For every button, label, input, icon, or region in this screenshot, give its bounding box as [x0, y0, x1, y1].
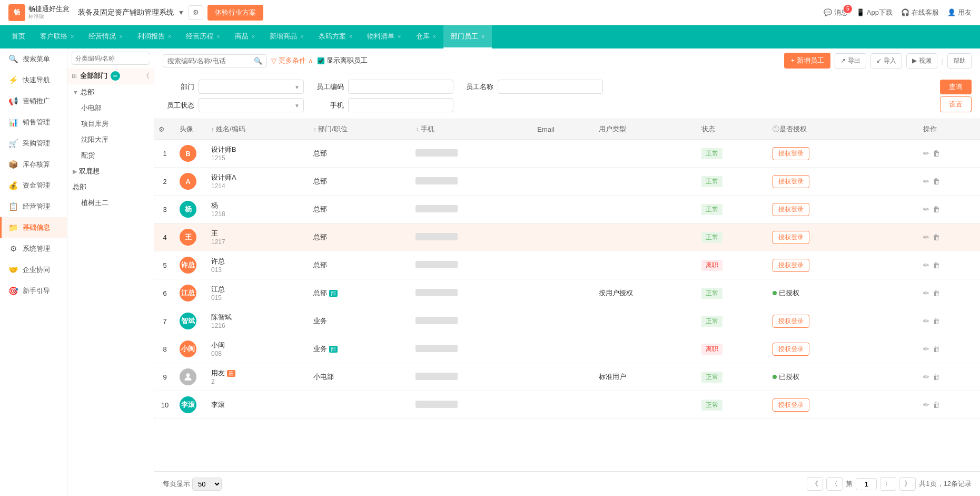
next-page-btn[interactable]: 〉 — [880, 477, 896, 491]
tab-barcode[interactable]: 条码方案 × — [311, 25, 360, 48]
tab-profit-close[interactable]: × — [168, 33, 171, 40]
user-avatar[interactable]: 👤 用友 — [947, 8, 972, 17]
tab-operations[interactable]: 经营情况 × — [81, 25, 130, 48]
dept-tree-item-zongbu2[interactable]: 总部 — [67, 179, 154, 195]
dept-tree-item-xiaodian[interactable]: 小电部 — [76, 100, 154, 116]
view-button[interactable]: ▶ 视频 — [906, 53, 937, 69]
show-resigned-checkbox[interactable] — [318, 57, 324, 64]
dept-tree-item-project[interactable]: 项目库房 — [76, 116, 154, 132]
edit-icon[interactable]: ✏ — [923, 261, 929, 269]
filter-status-select[interactable] — [199, 98, 304, 112]
tab-bom-close[interactable]: × — [398, 33, 401, 40]
dept-tree-item-shuanglu[interactable]: ▶ 双鹿想 — [67, 163, 154, 179]
edit-icon[interactable]: ✏ — [923, 401, 929, 409]
edit-icon[interactable]: ✏ — [923, 289, 929, 297]
more-filter-btn[interactable]: ▽ 更多条件 ∧ — [271, 56, 313, 65]
tab-history-close[interactable]: × — [216, 33, 220, 40]
delete-icon[interactable]: 🗑 — [933, 177, 940, 186]
app-download-button[interactable]: 📱 App下载 — [856, 8, 893, 17]
col-phone[interactable]: ↕ 手机 — [411, 119, 533, 140]
dept-collapse-icon[interactable]: 《 — [143, 71, 150, 81]
tab-profit[interactable]: 利润报告 × — [130, 25, 179, 48]
system-dropdown-arrow[interactable]: ▼ — [178, 9, 184, 16]
filter-empcode-input[interactable] — [348, 80, 453, 94]
messages-button[interactable]: 💬 消息 5 — [824, 8, 848, 17]
tab-customers-close[interactable]: × — [71, 33, 74, 40]
delete-icon[interactable]: 🗑 — [933, 345, 940, 353]
auth-button[interactable]: 授权登录 — [773, 259, 809, 272]
tab-products-close[interactable]: × — [252, 33, 255, 40]
tab-barcode-close[interactable]: × — [349, 33, 352, 40]
tab-history[interactable]: 经营历程 × — [179, 25, 227, 48]
dept-tree-item-zhishu[interactable]: 植树王二 — [76, 195, 154, 211]
sidebar-item-basic[interactable]: 📁 基础信息 — [0, 217, 67, 238]
delete-icon[interactable]: 🗑 — [933, 373, 940, 381]
auth-button[interactable]: 授权登录 — [773, 203, 809, 216]
prev-page-btn[interactable]: 〈 — [826, 477, 843, 491]
last-page-btn[interactable]: 》 — [899, 477, 916, 491]
per-page-select[interactable]: 50 100 — [192, 478, 222, 491]
filter-phone-input[interactable] — [348, 98, 453, 112]
show-resigned-wrap[interactable]: 显示离职员工 — [318, 56, 368, 65]
sidebar-item-collab[interactable]: 🤝 企业协同 — [0, 259, 67, 280]
edit-icon[interactable]: ✏ — [923, 317, 929, 325]
tab-new-product[interactable]: 新增商品 × — [262, 25, 311, 48]
sidebar-item-finance[interactable]: 💰 资金管理 — [0, 175, 67, 196]
auth-button[interactable]: 授权登录 — [773, 231, 809, 244]
auth-button[interactable]: 授权登录 — [773, 398, 809, 412]
edit-icon[interactable]: ✏ — [923, 345, 929, 353]
filter-empname-input[interactable] — [498, 80, 603, 94]
online-service-button[interactable]: 🎧 在线客服 — [901, 8, 939, 17]
sidebar-item-guide[interactable]: 🎯 新手引导 — [0, 280, 67, 302]
tab-warehouse-close[interactable]: × — [433, 33, 436, 40]
dept-search-input[interactable] — [75, 55, 154, 62]
first-page-btn[interactable]: 《 — [807, 477, 823, 491]
tab-employees-close[interactable]: × — [481, 33, 484, 40]
trial-button[interactable]: 体验行业方案 — [207, 5, 263, 21]
delete-icon[interactable]: 🗑 — [933, 149, 940, 158]
sidebar-item-purchase[interactable]: 🛒 采购管理 — [0, 133, 67, 154]
tab-home[interactable]: 首页 — [4, 25, 33, 48]
reset-button[interactable]: 设置 — [940, 96, 972, 112]
settings-button[interactable]: ⚙ — [189, 5, 203, 20]
auth-button[interactable]: 授权登录 — [773, 147, 809, 160]
auth-button[interactable]: 授权登录 — [773, 315, 809, 328]
dept-tree-item-peihuo[interactable]: 配货 — [76, 148, 154, 163]
dept-all-header[interactable]: ⊞ 全部部门 ✏ 《 — [67, 68, 154, 84]
dept-tree-item-zongbu-parent[interactable]: ▼ 总部 — [67, 84, 154, 100]
sidebar-item-marketing[interactable]: 📢 营销推广 — [0, 91, 67, 112]
query-button[interactable]: 查询 — [940, 80, 972, 94]
tab-products[interactable]: 商品 × — [227, 25, 262, 48]
tab-customers[interactable]: 客户联络 × — [33, 25, 81, 48]
edit-icon[interactable]: ✏ — [923, 233, 929, 241]
delete-icon[interactable]: 🗑 — [933, 261, 940, 269]
search-input[interactable] — [167, 57, 252, 65]
delete-icon[interactable]: 🗑 — [933, 205, 940, 213]
dept-tree-item-shenyang[interactable]: 沈阳大库 — [76, 132, 154, 148]
help-button[interactable]: 帮助 — [947, 53, 972, 69]
delete-icon[interactable]: 🗑 — [933, 401, 940, 409]
auth-button[interactable]: 授权登录 — [773, 175, 809, 188]
tab-new-product-close[interactable]: × — [300, 33, 303, 40]
col-settings[interactable]: ⚙ — [154, 119, 175, 140]
edit-icon[interactable]: ✏ — [923, 373, 929, 381]
delete-icon[interactable]: 🗑 — [933, 289, 940, 297]
add-employee-button[interactable]: + 新增员工 — [784, 53, 830, 69]
filter-dept-select[interactable] — [199, 80, 304, 94]
dept-edit-icon[interactable]: ✏ — [111, 71, 120, 81]
sidebar-item-quicknav[interactable]: ⚡ 快速导航 — [0, 70, 67, 91]
sidebar-item-sales[interactable]: 📊 销售管理 — [0, 112, 67, 133]
export-button[interactable]: ↗ 导出 — [835, 53, 866, 69]
delete-icon[interactable]: 🗑 — [933, 233, 940, 241]
tab-warehouse[interactable]: 仓库 × — [409, 25, 443, 48]
sidebar-item-inventory[interactable]: 📦 库存核算 — [0, 154, 67, 175]
edit-icon[interactable]: ✏ — [923, 205, 929, 213]
col-name[interactable]: ↕ 姓名/编码 — [207, 119, 309, 140]
edit-icon[interactable]: ✏ — [923, 149, 929, 158]
import-button[interactable]: ↙ 导入 — [870, 53, 902, 69]
search-icon-btn[interactable]: 🔍 — [254, 57, 262, 65]
tab-operations-close[interactable]: × — [119, 33, 122, 40]
sidebar-item-system[interactable]: ⚙ 系统管理 — [0, 238, 67, 259]
sidebar-item-operation[interactable]: 📋 经营管理 — [0, 196, 67, 217]
tab-employees[interactable]: 部门员工 × — [443, 25, 492, 48]
